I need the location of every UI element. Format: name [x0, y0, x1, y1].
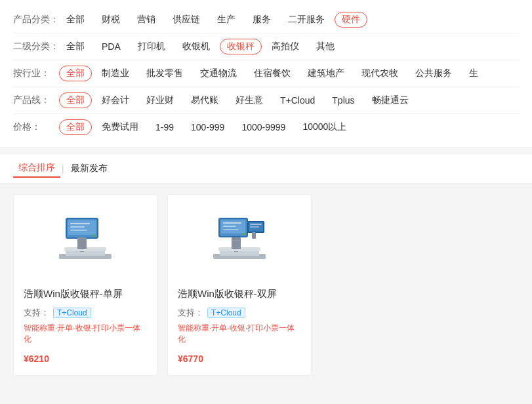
products-area: 浩顺Win版收银秤-单屏 支持： T+Cloud 智能称重·开单·收银·打印小票… [0, 184, 532, 386]
main-container: 产品分类： 全部 财税 营销 供应链 生产 服务 二开服务 硬件 二级分类： 全… [0, 0, 532, 404]
product-price-currency-1: ¥ [24, 354, 29, 364]
filter-item-pl-all[interactable]: 全部 [59, 92, 92, 108]
filter-item-pc-all[interactable]: 全部 [59, 12, 92, 28]
filter-item-sc-highcamera[interactable]: 高拍仪 [264, 39, 306, 54]
svg-rect-10 [77, 237, 87, 249]
filter-item-ind-wholesale[interactable]: 批发零售 [139, 66, 190, 81]
sort-item-latest[interactable]: 最新发布 [66, 160, 113, 177]
filter-item-pl-goodbusiness[interactable]: 好生意 [228, 92, 270, 108]
product-price-amount-2: 6770 [183, 354, 203, 364]
filter-row-sub-category: 二级分类： 全部 PDA 打印机 收银机 收银秤 高拍仪 其他 [13, 33, 519, 60]
filter-items-industry: 全部 制造业 批发零售 交通物流 住宿餐饮 建筑地产 现代农牧 公共服务 生 [59, 66, 485, 81]
filter-row-price: 价格： 全部 免费试用 1-99 100-999 1000-9999 10000… [13, 114, 519, 140]
filter-item-ind-transport[interactable]: 交通物流 [193, 66, 244, 81]
filter-label-sub-category: 二级分类： [13, 41, 59, 52]
filter-items-price: 全部 免费试用 1-99 100-999 1000-9999 10000以上 [59, 119, 354, 135]
filter-label-product-line: 产品线： [13, 94, 59, 106]
product-support-1: 支持： T+Cloud [24, 307, 147, 319]
product-image-svg-2 [200, 214, 279, 273]
filter-item-pl-goodaccount[interactable]: 好会计 [94, 92, 136, 108]
product-image-svg-1 [46, 214, 125, 273]
filter-item-pc-hardware[interactable]: 硬件 [335, 12, 367, 28]
filter-item-pl-tplus[interactable]: Tplus [325, 93, 361, 108]
svg-rect-20 [223, 229, 239, 230]
svg-rect-7 [70, 226, 85, 228]
filter-item-pc-production[interactable]: 生产 [210, 12, 243, 28]
filter-item-sc-other[interactable]: 其他 [309, 39, 342, 54]
filter-item-pl-jietongyun[interactable]: 畅捷通云 [365, 92, 416, 108]
product-support-label-2: 支持： [178, 307, 203, 319]
product-support-label-1: 支持： [24, 307, 49, 319]
filter-item-pl-easyaccount[interactable]: 易代账 [184, 92, 226, 108]
filter-item-pc-service[interactable]: 服务 [245, 12, 278, 28]
filter-items-product-line: 全部 好会计 好业财 易代账 好生意 T+Cloud Tplus 畅捷通云 [59, 92, 416, 108]
product-support-2: 支持： T+Cloud [178, 307, 301, 319]
filter-item-pc-marketing[interactable]: 营销 [130, 12, 163, 28]
product-price-1: ¥6210 [24, 350, 147, 365]
product-price-currency-2: ¥ [178, 354, 183, 364]
filter-section: 产品分类： 全部 财税 营销 供应链 生产 服务 二开服务 硬件 二级分类： 全… [0, 0, 532, 148]
product-desc-1: 智能称重·开单·收银·打印小票一体化 [24, 323, 147, 345]
filter-label-price: 价格： [13, 121, 59, 133]
filter-label-industry: 按行业： [13, 68, 59, 79]
svg-rect-25 [252, 232, 256, 239]
filter-row-industry: 按行业： 全部 制造业 批发零售 交通物流 住宿餐饮 建筑地产 现代农牧 公共服… [13, 60, 519, 87]
filter-item-ind-public[interactable]: 公共服务 [408, 66, 459, 81]
product-image-area-2 [178, 208, 301, 280]
filter-item-price-all[interactable]: 全部 [59, 119, 92, 135]
filter-item-ind-modernag[interactable]: 现代农牧 [354, 66, 405, 81]
product-card-2[interactable]: 浩顺Win版收银秤-双屏 支持： T+Cloud 智能称重·开单·收银·打印小票… [167, 194, 312, 376]
filter-item-ind-life[interactable]: 生 [462, 66, 485, 81]
sort-divider: | [60, 163, 66, 174]
filter-item-price-10000plus[interactable]: 10000以上 [295, 119, 354, 135]
filter-item-pc-tax[interactable]: 财税 [94, 12, 127, 28]
filter-row-product-line: 产品线： 全部 好会计 好业财 易代账 好生意 T+Cloud Tplus 畅捷… [13, 87, 519, 114]
filter-item-ind-construction[interactable]: 建筑地产 [300, 66, 352, 81]
svg-rect-1 [66, 251, 105, 256]
filter-item-pl-goodfinance[interactable]: 好业财 [139, 92, 181, 108]
filter-item-sc-cashscale[interactable]: 收银秤 [220, 39, 262, 54]
filter-label-product-category: 产品分类： [13, 14, 59, 26]
svg-rect-27 [232, 237, 241, 249]
sort-item-comprehensive[interactable]: 综合排序 [13, 159, 60, 178]
filter-item-pl-tcloud[interactable]: T+Cloud [273, 93, 322, 108]
filter-item-ind-hotel[interactable]: 住宿餐饮 [247, 66, 298, 81]
filter-items-sub-category: 全部 PDA 打印机 收银机 收银秤 高拍仪 其他 [59, 39, 342, 54]
filter-item-ind-all[interactable]: 全部 [59, 66, 92, 81]
product-name-2: 浩顺Win版收银秤-双屏 [178, 288, 301, 300]
svg-point-11 [93, 234, 96, 237]
product-price-2: ¥6770 [178, 350, 301, 365]
filter-item-price-free[interactable]: 免费试用 [94, 119, 146, 135]
product-price-amount-1: 6210 [29, 354, 49, 364]
filter-items-product-category: 全部 财税 营销 供应链 生产 服务 二开服务 硬件 [59, 12, 367, 28]
svg-rect-13 [220, 251, 259, 256]
filter-item-ind-manufacturing[interactable]: 制造业 [94, 66, 136, 81]
svg-rect-8 [70, 230, 87, 231]
filter-item-pc-twoopen[interactable]: 二开服务 [281, 12, 332, 28]
product-badge-1: T+Cloud [53, 308, 91, 318]
svg-rect-19 [223, 226, 236, 227]
filter-item-sc-pda[interactable]: PDA [94, 39, 128, 54]
filter-item-sc-printer[interactable]: 打印机 [131, 39, 173, 54]
filter-item-sc-all[interactable]: 全部 [59, 39, 92, 54]
sort-bar: 综合排序 | 最新发布 [0, 154, 532, 184]
filter-row-product-category: 产品分类： 全部 财税 营销 供应链 生产 服务 二开服务 硬件 [13, 7, 519, 33]
product-image-area-1 [24, 208, 147, 280]
filter-item-sc-cashregister[interactable]: 收银机 [175, 39, 217, 54]
svg-rect-6 [70, 223, 90, 224]
svg-rect-18 [223, 222, 241, 224]
filter-item-price-1000-9999[interactable]: 1000-9999 [234, 120, 293, 134]
svg-rect-23 [250, 224, 262, 225]
filter-item-pc-supply[interactable]: 供应链 [165, 12, 207, 28]
filter-item-price-1-99[interactable]: 1-99 [148, 120, 181, 134]
product-badge-2: T+Cloud [207, 308, 245, 318]
svg-rect-24 [250, 226, 259, 228]
filter-item-price-100-999[interactable]: 100-999 [184, 120, 232, 134]
product-name-1: 浩顺Win版收银秤-单屏 [24, 288, 147, 300]
svg-point-28 [243, 233, 245, 235]
product-card-1[interactable]: 浩顺Win版收银秤-单屏 支持： T+Cloud 智能称重·开单·收银·打印小票… [13, 194, 157, 376]
product-desc-2: 智能称重·开单·收银·打印小票一体化 [178, 323, 301, 345]
